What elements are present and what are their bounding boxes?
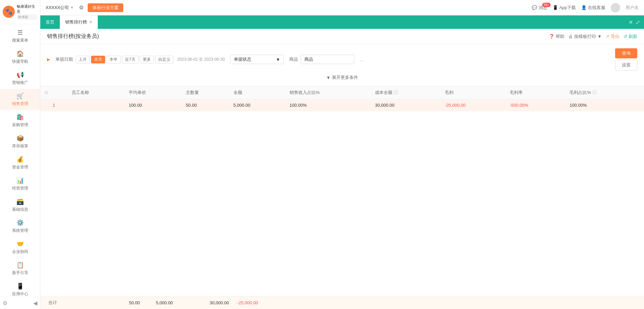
user-avatar[interactable]	[611, 3, 620, 12]
company-selector[interactable]: XXXXX公司 ▼	[46, 5, 74, 11]
tab-bar-right: ✕ ⤢	[629, 19, 644, 25]
expand-more-label: 展开更多条件	[332, 74, 358, 81]
app-download-item[interactable]: 📱 App下载	[553, 5, 576, 11]
message-icon: 💬	[532, 5, 537, 10]
refresh-button[interactable]: ↺ 刷新	[624, 34, 637, 40]
sidebar-item-inventory[interactable]: 📦 库存核算	[0, 131, 40, 152]
footer-cost-cell: 30,000.00	[206, 300, 233, 305]
tab-bar: 首页 销售排行榜 ✕ ✕ ⤢	[40, 15, 644, 29]
status-filter-dropdown[interactable]: 单据状态 ▼	[230, 55, 284, 64]
date-filter-label: 单据日期	[55, 56, 73, 62]
row-avg-price: 100.00	[125, 99, 182, 111]
page-header-actions: ❓ 帮助 🖨 按模板打印 ▼ ↗ 导出 ↺ 刷新	[549, 34, 637, 40]
refresh-label: 刷新	[629, 34, 637, 40]
search-menu-icon: ☰	[17, 29, 23, 36]
date-current-month-btn[interactable]: 本月	[91, 56, 105, 63]
tab-close-icon[interactable]: ✕	[89, 20, 92, 24]
settings-button[interactable]: 设置	[615, 60, 637, 70]
expand-more-btn[interactable]: ▼ 展开更多条件	[47, 73, 637, 82]
sidebar-item-basic-info[interactable]: 🗃️ 基础信息	[0, 195, 40, 216]
goods-filter-label: 商品	[289, 56, 298, 62]
sidebar-item-finance[interactable]: 💰 资金管理	[0, 152, 40, 173]
th-gross-margin: 毛利率	[506, 86, 566, 99]
more-filter-indicator[interactable]: ...	[360, 57, 363, 62]
logo-icon: 🐾	[3, 6, 15, 18]
row-quantity: 50.00	[182, 99, 229, 111]
logo-name: 畅康通好生意	[17, 4, 37, 14]
online-support-icon: 👤	[581, 5, 587, 10]
filter-collapse-btn[interactable]: ▶	[47, 57, 50, 62]
gross-pct-help-icon[interactable]: ⓘ	[592, 90, 597, 95]
table-header-row: ⚙ 员工名称 平均单价 主数量 全额 销售收入占比% 成本全额 ⓘ 毛利	[40, 86, 644, 99]
template-print-label: 按模板打印	[574, 34, 596, 40]
date-last-7-days-btn[interactable]: 近7天	[122, 56, 138, 63]
cost-help-icon[interactable]: ⓘ	[394, 90, 398, 95]
goods-filter-item: 商品 商品	[289, 55, 354, 64]
company-settings-icon[interactable]: ⚙	[79, 4, 84, 11]
th-quantity: 主数量	[182, 86, 229, 99]
sidebar-item-app-center[interactable]: 📱 应用中心	[0, 279, 40, 297]
expand-more-arrow-icon: ▼	[326, 75, 331, 80]
page-content: 销售排行榜(按业务员) ❓ 帮助 🖨 按模板打印 ▼ ↗ 导出	[40, 29, 644, 309]
sidebar-item-system[interactable]: ⚙️ 系统管理	[0, 216, 40, 237]
table-container: ⚙ 员工名称 平均单价 主数量 全额 销售收入占比% 成本全额 ⓘ 毛利	[40, 86, 644, 296]
row-employee	[68, 99, 125, 111]
sidebar-item-sales[interactable]: 🛒 销售管理	[0, 89, 40, 110]
row-gross-margin: -500.00%	[506, 99, 566, 111]
user-name: 用户名	[626, 5, 639, 11]
tab-sales-ranking[interactable]: 销售排行榜 ✕	[60, 15, 98, 29]
footer-gross-profit-cell: -25,000.00	[233, 300, 262, 305]
message-item[interactable]: 💬 消息 99+	[532, 5, 547, 11]
home-icon: 🏠	[16, 50, 24, 57]
date-more-btn[interactable]: 更多	[140, 56, 154, 63]
date-current-year-btn[interactable]: 本年	[106, 56, 121, 63]
sidebar-item-operations[interactable]: 📊 经营管理	[0, 173, 40, 195]
th-gross-pct: 毛利占比% ⓘ	[565, 86, 644, 99]
row-rank: 1	[40, 99, 68, 111]
sidebar-nav: ☰ 搜索菜单 🏠 快捷导航 📢 营销推广 🛒 销售管理 🛍️ 采购管理 📦	[0, 24, 40, 297]
sidebar-label-system: 系统管理	[12, 228, 28, 234]
app-download-label: App下载	[559, 5, 576, 11]
sidebar-item-enterprise-collab[interactable]: 🤝 企业协同	[0, 237, 40, 258]
filter-right-buttons: 查询 设置	[615, 48, 637, 70]
sidebar-label-marketing: 营销推广	[12, 80, 28, 86]
tab-close-btn[interactable]: ✕	[629, 19, 633, 25]
page-title: 销售排行榜(按业务员)	[47, 33, 99, 40]
export-button[interactable]: ↗ 导出	[606, 34, 619, 40]
th-gross-profit: 毛利	[441, 86, 506, 99]
row-gross-pct: 100.00%	[565, 99, 644, 111]
tab-restore-btn[interactable]: ⤢	[636, 19, 640, 25]
sidebar-item-beginner[interactable]: 📋 新手引导	[0, 258, 40, 279]
date-last-month-btn[interactable]: 上月	[76, 56, 90, 63]
finance-icon: 💰	[16, 156, 24, 163]
main-content: XXXXX公司 ▼ ⚙ 体验行业方案 💬 消息 99+ 📱 App下载 👤 在线…	[40, 0, 644, 309]
tab-home[interactable]: 首页	[40, 15, 60, 29]
sidebar-item-marketing[interactable]: 📢 营销推广	[0, 68, 40, 89]
sidebar-item-purchase[interactable]: 🛍️ 采购管理	[0, 110, 40, 131]
query-button[interactable]: 查询	[615, 48, 637, 58]
online-support-item[interactable]: 👤 在线客服	[581, 5, 605, 11]
cost-label: 成本全额	[375, 90, 392, 95]
page-header: 销售排行榜(按业务员) ❓ 帮助 🖨 按模板打印 ▼ ↗ 导出	[40, 29, 644, 44]
settings-bottom-icon[interactable]: ⚙	[3, 300, 7, 306]
trial-button[interactable]: 体验行业方案	[88, 3, 123, 12]
marketing-icon: 📢	[16, 71, 24, 79]
date-custom-btn[interactable]: 自定义	[155, 56, 173, 63]
help-button[interactable]: ❓ 帮助	[549, 34, 564, 40]
goods-filter-input[interactable]: 商品	[301, 55, 354, 64]
sidebar-label-app-center: 应用中心	[12, 291, 28, 297]
collapse-icon[interactable]: ◀	[33, 300, 37, 306]
data-table: ⚙ 员工名称 平均单价 主数量 全额 销售收入占比% 成本全额 ⓘ 毛利	[40, 86, 644, 111]
th-employee: 员工名称	[68, 86, 125, 99]
th-total: 全额	[229, 86, 286, 99]
row-total: 5,000.00	[229, 99, 286, 111]
online-support-label: 在线客服	[588, 5, 605, 11]
template-print-button[interactable]: 🖨 按模板打印 ▼	[568, 34, 602, 40]
sidebar-item-quick-nav[interactable]: 🏠 快捷导航	[0, 47, 40, 68]
date-filter-group: 上月 本月 本年 近7天 更多 自定义	[76, 56, 173, 63]
sidebar-item-search[interactable]: ☰ 搜索菜单	[0, 25, 40, 47]
th-settings[interactable]: ⚙	[40, 86, 68, 99]
export-icon: ↗	[606, 34, 609, 39]
system-icon: ⚙️	[16, 219, 24, 226]
footer-quantity-cell: 50.00	[125, 300, 152, 305]
